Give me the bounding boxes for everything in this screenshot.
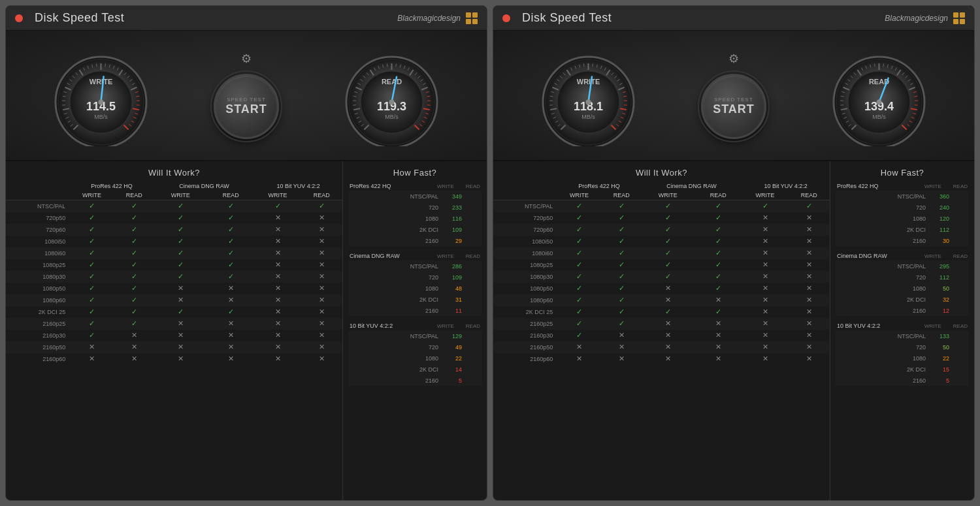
table-row: 2160p30✓✕✕✕✕✕: [493, 330, 830, 341]
write-cell: ✓: [69, 294, 114, 306]
table-row: 1080p60✓✓✕✕✕✕: [493, 294, 830, 306]
cross-icon: ✕: [178, 343, 184, 351]
row-label: 1080: [836, 285, 930, 292]
cross-icon: ✕: [665, 343, 671, 351]
check-icon: ✓: [89, 261, 95, 268]
table-row: 720p60✓✓✓✓✕✕: [493, 224, 830, 236]
cross-icon: ✕: [762, 272, 768, 280]
brand-area: Blackmagicdesign: [397, 12, 478, 24]
check-icon: ✓: [89, 249, 95, 257]
how-fast-row: NTSC/PAL295: [836, 261, 969, 272]
read-gauge: [341, 45, 442, 146]
row-label: 2160: [348, 308, 442, 314]
cross-icon: ✕: [806, 355, 812, 362]
write-value: 129: [442, 333, 462, 340]
check-icon: ✓: [228, 261, 234, 268]
cinema-header: Cinema DNG RAW: [154, 182, 255, 191]
cross-icon: ✕: [131, 355, 137, 362]
format-cell: 2160p60: [6, 353, 69, 365]
write-cell: ✕: [254, 330, 301, 341]
check-icon: ✓: [715, 272, 721, 280]
cross-icon: ✕: [762, 249, 768, 257]
read-cell: ✕: [789, 236, 830, 247]
write-cell: ✓: [557, 247, 602, 259]
check-icon: ✓: [665, 272, 671, 280]
check-icon: ✓: [576, 296, 582, 304]
start-button[interactable]: SPEED TEST START: [701, 74, 766, 139]
will-it-work-title: Will It Work?: [493, 168, 830, 182]
cross-icon: ✕: [228, 319, 234, 327]
read-cell: ✕: [789, 247, 830, 259]
close-button[interactable]: [15, 14, 23, 22]
write-value: 48: [442, 285, 462, 292]
check-icon: ✓: [665, 225, 671, 233]
cross-icon: ✕: [762, 331, 768, 339]
cross-icon: ✕: [131, 343, 137, 351]
cross-icon: ✕: [715, 355, 721, 362]
write-cell: ✕: [254, 259, 301, 271]
cross-icon: ✕: [275, 272, 281, 280]
cross-icon: ✕: [665, 284, 671, 292]
write-cell: ✕: [69, 353, 114, 365]
yuv-header: 10 Bit YUV 4:2:2: [742, 182, 830, 191]
prores-read-header: READ: [602, 191, 642, 200]
group-label: ProRes 422 HQ: [837, 183, 879, 189]
read-cell: ✕: [207, 353, 254, 365]
write-gauge: [538, 45, 639, 146]
read-cell: ✕: [602, 330, 642, 341]
read-cell: ✓: [114, 212, 154, 224]
gear-icon[interactable]: ⚙: [241, 52, 252, 66]
write-cell: ✕: [642, 294, 695, 306]
write-cell: ✕: [742, 318, 788, 330]
will-it-work-section: Will It Work? ProRes 422 HQ Cinema DNG R…: [6, 161, 343, 500]
cross-icon: ✕: [665, 331, 671, 339]
prores-read-header: READ: [114, 191, 154, 200]
write-cell: ✓: [254, 200, 301, 212]
cross-icon: ✕: [275, 343, 281, 351]
write-col-header: WRITE: [437, 253, 454, 259]
write-cell: ✕: [642, 330, 695, 341]
write-cell: ✕: [254, 212, 301, 224]
write-cell: ✓: [557, 271, 602, 283]
read-cell: ✓: [207, 271, 254, 283]
read-col-header: READ: [953, 253, 968, 259]
cross-icon: ✕: [275, 249, 281, 257]
read-cell: ✓: [114, 224, 154, 236]
write-cell: ✕: [742, 212, 788, 224]
cross-icon: ✕: [806, 296, 812, 304]
read-cell: ✕: [301, 259, 342, 271]
write-cell: ✓: [642, 212, 695, 224]
cross-icon: ✕: [319, 319, 325, 327]
read-cell: ✕: [694, 341, 742, 353]
write-value: 12: [930, 308, 949, 314]
read-cell: ✕: [207, 294, 254, 306]
check-icon: ✓: [576, 261, 582, 268]
write-col-header: WRITE: [437, 183, 454, 189]
write-value: 109: [442, 227, 462, 233]
read-cell: ✓: [602, 283, 642, 294]
check-icon: ✓: [576, 308, 582, 315]
column-headers: WRITEREAD: [437, 253, 480, 259]
write-cell: ✓: [69, 224, 114, 236]
row-label: 720: [836, 204, 930, 211]
write-value: 32: [930, 296, 949, 303]
close-button[interactable]: [502, 14, 510, 22]
row-label: 2K DCI: [348, 366, 442, 373]
check-icon: ✓: [576, 331, 582, 339]
read-cell: ✓: [207, 212, 254, 224]
read-cell: ✕: [207, 283, 254, 294]
cross-icon: ✕: [619, 331, 625, 339]
write-value: 50: [930, 344, 949, 351]
start-button[interactable]: SPEED TEST START: [214, 74, 279, 139]
cross-icon: ✕: [275, 331, 281, 339]
center-controls: ⚙ SPEED TEST START: [214, 52, 279, 139]
read-cell: ✓: [207, 247, 254, 259]
write-cell: ✓: [69, 200, 114, 212]
will-it-work-table: ProRes 422 HQ Cinema DNG RAW 10 Bit YUV …: [493, 182, 830, 365]
read-cell: ✓: [207, 200, 254, 212]
cross-icon: ✕: [806, 331, 812, 339]
read-col-header: READ: [466, 323, 480, 329]
gear-icon[interactable]: ⚙: [728, 52, 739, 66]
read-cell: ✓: [301, 200, 342, 212]
format-cell: 2160p60: [493, 353, 557, 365]
